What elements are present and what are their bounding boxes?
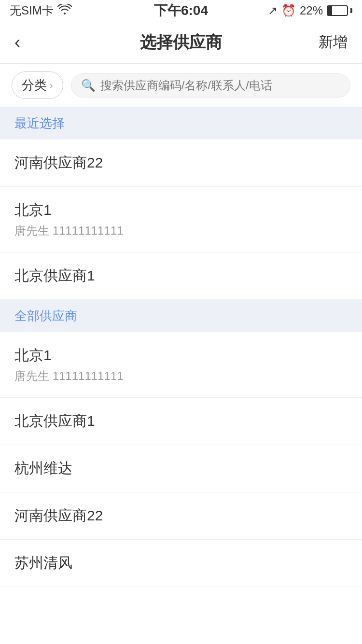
supplier-name: 杭州维达 — [14, 459, 348, 478]
supplier-name: 北京供应商1 — [14, 411, 348, 431]
wifi-icon — [57, 4, 72, 17]
add-button[interactable]: 新增 — [319, 32, 348, 52]
list-item[interactable]: 北京1唐先生 11111111111 — [0, 332, 362, 398]
section-header-all: 全部供应商 — [0, 300, 362, 332]
search-input[interactable] — [100, 79, 340, 92]
status-bar: 无SIM卡 下午6:04 ↗ ⏰ 22% — [0, 0, 362, 21]
filter-bar: 分类 › 🔍 — [0, 64, 362, 107]
list-item[interactable]: 苏州清风 — [0, 540, 362, 587]
list-item[interactable]: 河南供应商22 — [0, 492, 362, 540]
category-button[interactable]: 分类 › — [12, 71, 63, 99]
supplier-name: 北京1 — [14, 200, 348, 220]
supplier-list: 最近选择河南供应商22北京1唐先生 11111111111北京供应商1全部供应商… — [0, 107, 362, 587]
status-right: ↗ ⏰ 22% — [268, 4, 352, 17]
section-header-label: 最近选择 — [14, 116, 65, 130]
supplier-name: 河南供应商22 — [14, 506, 348, 526]
list-item[interactable]: 北京1唐先生 11111111111 — [0, 187, 362, 252]
section-header-label: 全部供应商 — [14, 308, 77, 323]
page-title: 选择供应商 — [140, 31, 222, 54]
location-icon: ↗ — [268, 4, 278, 17]
supplier-name: 河南供应商22 — [14, 153, 348, 173]
supplier-contact: 唐先生 11111111111 — [14, 223, 348, 238]
chevron-right-icon: › — [50, 80, 53, 91]
category-label: 分类 — [22, 77, 47, 94]
battery-percent: 22% — [300, 4, 323, 17]
status-time: 下午6:04 — [154, 1, 208, 20]
battery-icon — [327, 5, 352, 16]
search-icon: 🔍 — [81, 79, 96, 92]
supplier-contact: 唐先生 11111111111 — [14, 368, 348, 384]
status-left: 无SIM卡 — [10, 3, 72, 18]
supplier-name: 北京1 — [14, 346, 348, 365]
alarm-icon: ⏰ — [281, 4, 296, 17]
back-button[interactable]: ‹ — [14, 32, 43, 53]
list-item[interactable]: 杭州维达 — [0, 445, 362, 492]
supplier-name: 苏州清风 — [14, 553, 348, 573]
supplier-name: 北京供应商1 — [14, 266, 348, 286]
carrier-text: 无SIM卡 — [10, 3, 54, 18]
nav-bar: ‹ 选择供应商 新增 — [0, 21, 362, 64]
list-item[interactable]: 河南供应商22 — [0, 140, 362, 187]
section-header-recent: 最近选择 — [0, 107, 362, 140]
list-item[interactable]: 北京供应商1 — [0, 252, 362, 300]
search-box[interactable]: 🔍 — [71, 73, 350, 98]
list-item[interactable]: 北京供应商1 — [0, 398, 362, 445]
